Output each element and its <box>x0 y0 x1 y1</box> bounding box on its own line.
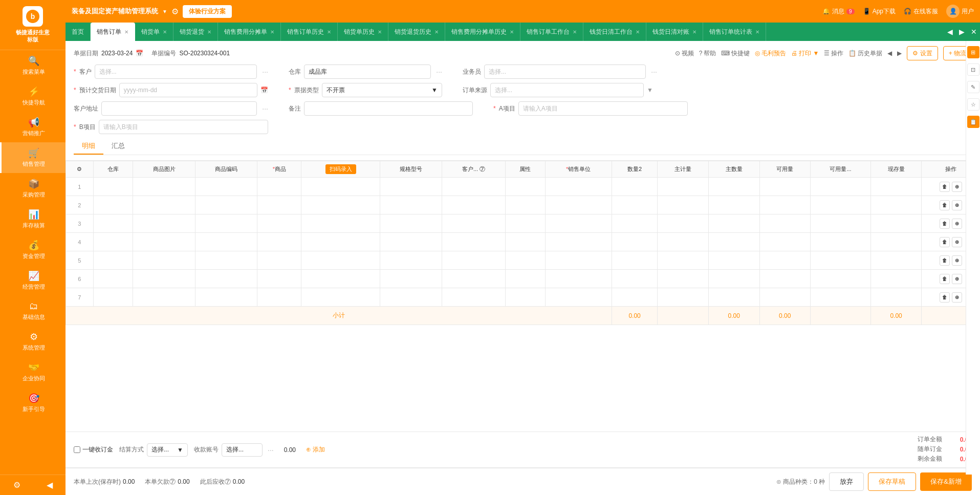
collapse-btn[interactable]: ◀ <box>47 480 53 490</box>
save-draft-btn[interactable]: 保存草稿 <box>868 472 916 491</box>
tab-close-icon[interactable]: ✕ <box>636 29 640 35</box>
customer-more-btn[interactable]: ··· <box>262 68 268 76</box>
delete-row-btn[interactable]: 🗑 <box>940 182 950 192</box>
delivery-input[interactable]: yyyy-mm-dd <box>119 83 257 97</box>
copy-row-btn[interactable]: ⊕ <box>952 200 962 210</box>
sidebar-item-finance[interactable]: 💰 资金管理 <box>0 234 66 265</box>
copy-row-btn[interactable]: ⊕ <box>952 255 962 266</box>
quickpay-check-input[interactable] <box>74 446 80 453</box>
cell-goods-1[interactable] <box>257 178 301 196</box>
user-btn[interactable]: 👤 用户 <box>946 5 974 18</box>
cell-main-qty-1[interactable] <box>709 178 760 196</box>
tab-detail[interactable]: 明细 <box>74 138 103 155</box>
calendar2-icon[interactable]: 📅 <box>260 87 268 94</box>
tab-next-btn[interactable]: ▶ <box>956 28 968 36</box>
history-btn[interactable]: 📋 历史单据 <box>848 49 882 58</box>
tab-fee-history[interactable]: 销售费用分摊单历史 ✕ <box>445 23 520 41</box>
app-download-btn[interactable]: 📱 App下载 <box>863 7 896 16</box>
delete-row-btn[interactable]: 🗑 <box>940 237 950 247</box>
tab-home[interactable]: 首页 <box>66 23 91 41</box>
cell-warehouse-1[interactable] <box>93 178 133 196</box>
nav-next-btn[interactable]: ▶ <box>897 50 902 57</box>
topbar-gear-btn[interactable]: ⚙ <box>171 7 179 16</box>
date-value[interactable]: 2023-03-24 <box>101 50 133 57</box>
shortcut-btn[interactable]: ⌨ 快捷键 <box>721 49 750 58</box>
right-panel-btn-5[interactable]: 📋 <box>967 116 979 128</box>
profit-btn[interactable]: ◎ 毛利预告 <box>755 49 786 58</box>
sidebar-item-ops[interactable]: 📈 经营管理 <box>0 265 66 296</box>
ops-btn[interactable]: ☰ 操作 <box>824 49 843 58</box>
calendar-icon[interactable]: 📅 <box>136 50 143 57</box>
right-panel-btn-4[interactable]: ☆ <box>967 98 979 111</box>
tab-close-icon[interactable]: ✕ <box>207 29 211 35</box>
payment-method-select[interactable]: 选择... ▼ <box>147 443 188 457</box>
tab-summary[interactable]: 汇总 <box>103 138 133 155</box>
tab-close-icon[interactable]: ✕ <box>434 29 439 35</box>
tab-close-icon[interactable]: ✕ <box>327 29 331 35</box>
b-project-input[interactable]: 请输入B项目 <box>99 120 268 134</box>
staff-input[interactable]: 选择... <box>484 64 646 79</box>
cell-attr-1[interactable] <box>506 178 546 196</box>
copy-row-btn[interactable]: ⊕ <box>952 219 962 229</box>
cell-cust-code-1[interactable] <box>442 178 506 196</box>
tab-workbench[interactable]: 销售订单工作台 ✕ <box>520 23 583 41</box>
nav-prev-btn[interactable]: ◀ <box>887 50 892 57</box>
col-scan[interactable]: 扫码录入 <box>301 161 380 178</box>
scan-btn[interactable]: 扫码录入 <box>325 164 356 174</box>
sidebar-item-sales[interactable]: 🛒 销售管理 <box>0 142 66 173</box>
tab-more-btn[interactable]: ✕ <box>968 28 980 36</box>
tab-close-icon[interactable]: ✕ <box>378 29 382 35</box>
invoice-select[interactable]: 不开票 ▼ <box>322 83 442 97</box>
account-more-btn[interactable]: ··· <box>268 446 274 454</box>
settings-right-btn[interactable]: ⚙ 设置 <box>907 46 938 60</box>
order-source-input[interactable]: 选择... <box>490 83 644 97</box>
sidebar-item-system[interactable]: ⚙ 系统管理 <box>0 326 66 357</box>
sidebar-item-purchase[interactable]: 📦 采购管理 <box>0 173 66 204</box>
tab-return-history[interactable]: 销货退货历史 ✕ <box>388 23 445 41</box>
tab-close-icon[interactable]: ✕ <box>163 29 167 35</box>
sidebar-item-guide[interactable]: 🎯 新手引导 <box>0 388 66 418</box>
online-service-btn[interactable]: 🎧 在线客服 <box>904 7 938 16</box>
right-panel-btn-2[interactable]: ⊡ <box>967 63 979 76</box>
sidebar-item-inventory[interactable]: 📊 库存核算 <box>0 204 66 234</box>
copy-row-btn[interactable]: ⊕ <box>952 292 962 303</box>
tab-stats[interactable]: 销售订单统计表 ✕ <box>703 23 766 41</box>
system-dropdown-icon[interactable]: ▼ <box>162 9 167 14</box>
trial-btn[interactable]: 体验行业方案 <box>183 5 232 18</box>
delete-row-btn[interactable]: 🗑 <box>940 274 950 284</box>
col-settings[interactable]: ⚙ <box>66 161 94 178</box>
tab-sales-order[interactable]: 销售订单 ✕ <box>91 23 135 41</box>
tab-close-icon[interactable]: ✕ <box>270 29 274 35</box>
warehouse-more-btn[interactable]: ··· <box>436 68 442 76</box>
remark-input[interactable] <box>304 101 473 116</box>
tab-sales-return[interactable]: 销货退货 ✕ <box>173 23 218 41</box>
tab-close-icon[interactable]: ✕ <box>755 29 759 35</box>
tab-reconcile[interactable]: 钱货日清对账 ✕ <box>646 23 703 41</box>
warehouse-input[interactable]: 成品库 <box>304 64 431 79</box>
tab-close-icon[interactable]: ✕ <box>692 29 696 35</box>
tab-close-icon[interactable]: ✕ <box>573 29 577 35</box>
cell-qty2-1[interactable] <box>612 178 658 196</box>
tab-daily-clear[interactable]: 钱货日清工作台 ✕ <box>583 23 646 41</box>
tab-invoice-history[interactable]: 销货单历史 ✕ <box>338 23 388 41</box>
address-more-btn[interactable]: ··· <box>262 104 268 113</box>
delete-row-btn[interactable]: 🗑 <box>940 292 950 303</box>
sidebar-item-collab[interactable]: 🤝 企业协同 <box>0 357 66 388</box>
add-payment-btn[interactable]: ⊕ 添加 <box>306 445 325 454</box>
right-panel-btn-1[interactable]: ⊞ <box>967 46 979 58</box>
quickpay-checkbox[interactable]: 一键收订金 <box>74 445 113 454</box>
staff-more-btn[interactable]: ··· <box>651 68 657 76</box>
save-new-btn[interactable]: 保存&新增 <box>920 472 972 491</box>
sidebar-item-quicknav[interactable]: ⚡ 快捷导航 <box>0 81 66 112</box>
delete-row-btn[interactable]: 🗑 <box>940 219 950 229</box>
notification-btn[interactable]: 🔔 消息 9 <box>822 7 855 16</box>
print-btn[interactable]: 🖨 打印 ▼ <box>791 49 819 58</box>
a-project-input[interactable]: 请输入A项目 <box>518 101 688 116</box>
tab-close-icon[interactable]: ✕ <box>124 29 128 35</box>
discard-btn[interactable]: 放弃 <box>829 472 864 491</box>
sidebar-item-search[interactable]: 🔍 搜索菜单 <box>0 50 66 81</box>
copy-row-btn[interactable]: ⊕ <box>952 274 962 284</box>
settings-btn[interactable]: ⚙ <box>13 480 20 490</box>
tab-close-icon[interactable]: ✕ <box>510 29 514 35</box>
account-select[interactable]: 选择... <box>222 443 263 457</box>
